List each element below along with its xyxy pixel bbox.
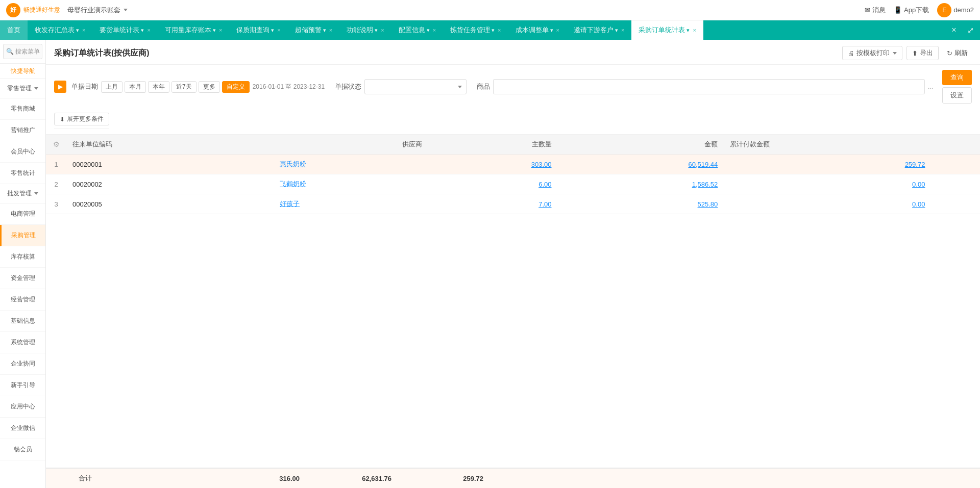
sidebar-item-finance[interactable]: 资金管理 [0,268,45,289]
supplier-link[interactable]: 好孩子 [280,200,300,208]
sidebar-item-operations[interactable]: 经营管理 [0,289,45,311]
expand-conditions-btn[interactable]: ⬇ 展开更多条件 [54,113,109,125]
tab-jianhuo[interactable]: 拣货任务管理 ▾ × [443,20,508,40]
cell-supplier[interactable]: 好孩子 [274,194,428,214]
date-filter-group: 单据日期 上月 本月 本年 近7天 更多 自定义 2016-01-01 至 20… [71,81,325,93]
col-header-extra [931,135,980,155]
tab-close-icon[interactable]: × [329,27,332,33]
sidebar-item-member-center[interactable]: 会员中心 [0,141,45,163]
app-download-btn[interactable]: 📱 App下载 [894,6,929,15]
paid-link[interactable]: 0.00 [912,200,925,208]
table-container: ⚙ 往来单位编码 供应商 主数量 金额 累计付款金额 1 00020001 惠氏… [46,135,980,468]
filter-toggle-btn[interactable]: ▶ [54,81,66,93]
tab-close-icon[interactable]: × [277,27,280,33]
tab-close-icon[interactable]: × [82,27,85,33]
sidebar-item-wholesale-mgmt[interactable]: 批发管理 [0,184,45,203]
tab-gongneng[interactable]: 功能说明 ▾ × [339,20,391,40]
tab-close-icon[interactable]: × [147,27,150,33]
paid-link[interactable]: 259.72 [905,161,925,168]
search-btn[interactable]: 查询 [942,70,972,85]
tab-shoufacun[interactable]: 收发存汇总表 ▾ × [28,20,92,40]
sidebar-item-chang-member[interactable]: 畅会员 [0,439,45,460]
sidebar-item-enterprise-collab[interactable]: 企业协同 [0,353,45,375]
supplier-link[interactable]: 飞鹤奶粉 [280,180,306,188]
tab-close-icon[interactable]: × [219,27,222,33]
col-settings[interactable]: ⚙ [46,135,66,155]
amount-link[interactable]: 60,519.44 [688,161,718,168]
table-row: 1 00020001 惠氏奶粉 303.00 60,519.44 259.72 [46,155,980,174]
tab-baozhi[interactable]: 保质期查询 ▾ × [229,20,287,40]
paid-link[interactable]: 0.00 [912,181,925,188]
table-row: 3 00020005 好孩子 7.00 525.80 0.00 [46,194,980,214]
filter-settings-btn[interactable]: 设置 [942,87,972,104]
tab-dropdown-icon: ▾ [323,27,326,34]
search-menu-btn[interactable]: 🔍 搜索菜单 [3,44,42,59]
refresh-btn[interactable]: ↻ 刷新 [943,46,972,60]
cell-extra [931,174,980,194]
amount-link[interactable]: 525.80 [698,200,718,208]
tab-chaochu[interactable]: 超储预警 ▾ × [288,20,339,40]
col-header-qty: 主数量 [428,135,558,155]
tab-yaohuo[interactable]: 要货单统计表 ▾ × [92,20,157,40]
qty-link[interactable]: 303.00 [531,161,552,168]
tab-dropdown-icon: ▾ [492,27,495,34]
qty-link[interactable]: 6.00 [538,181,551,188]
date-btn-7days[interactable]: 近7天 [172,81,197,93]
print-btn[interactable]: 🖨 按模板打印 [842,46,902,60]
more-fields-btn[interactable]: ... [928,83,933,90]
tab-close-icon[interactable]: × [433,27,436,33]
tab-close-icon[interactable]: × [498,27,501,33]
date-btn-last-month[interactable]: 上月 [101,81,122,93]
date-btn-more[interactable]: 更多 [199,81,220,93]
tab-close-icon[interactable]: × [381,27,384,33]
supplier-link[interactable]: 惠氏奶粉 [280,160,306,168]
qty-link[interactable]: 7.00 [538,200,551,208]
sidebar-item-retail-mgmt[interactable]: 零售管理 [0,79,45,98]
settings-icon[interactable]: ⚙ [53,140,60,148]
quick-nav-btn[interactable]: 快捷导航 [0,64,45,79]
amount-link[interactable]: 1,586.52 [692,181,718,188]
date-btn-this-year[interactable]: 本年 [148,81,169,93]
cell-extra [931,155,980,174]
sidebar-item-inventory[interactable]: 库存核算 [0,246,45,268]
sidebar-item-purchase-mgmt[interactable]: 采购管理 [0,225,45,246]
sidebar-item-basic-info[interactable]: 基础信息 [0,311,45,332]
printer-icon: 🖨 [848,49,854,57]
sidebar-item-ecommerce[interactable]: 电商管理 [0,203,45,225]
tab-home[interactable]: 首页 [0,20,28,40]
username: demo2 [953,6,974,14]
workspace-label: 母婴行业演示账套 [67,6,120,15]
tab-peizhi[interactable]: 配置信息 ▾ × [391,20,443,40]
sidebar-item-newbie-guide[interactable]: 新手引导 [0,375,45,396]
message-btn[interactable]: ✉ 消息 [865,6,886,15]
nav-expand-btn[interactable]: ⤢ [963,22,978,38]
workspace-selector[interactable]: 母婴行业演示账套 [64,5,131,16]
sidebar-item-marketing[interactable]: 营销推广 [0,120,45,141]
sidebar-item-system-mgmt[interactable]: 系统管理 [0,332,45,353]
cell-supplier[interactable]: 飞鹤奶粉 [274,174,428,194]
tab-yaoqing[interactable]: 邀请下游客户 ▾ × [567,20,631,40]
tab-close-icon[interactable]: × [621,27,624,33]
date-btn-custom[interactable]: 自定义 [222,81,250,93]
status-select[interactable] [364,79,467,94]
sidebar-item-app-center[interactable]: 应用中心 [0,396,45,418]
nav-close-btn[interactable]: × [946,22,962,38]
goods-filter-group: 商品 ... [477,79,933,94]
tab-chengben[interactable]: 成本调整单 ▾ × [508,20,567,40]
goods-input[interactable] [493,79,925,94]
sidebar-item-retail-mall[interactable]: 零售商城 [0,98,45,120]
export-btn[interactable]: ⬆ 导出 [906,46,939,60]
phone-icon: 📱 [894,6,902,14]
tab-caigou-active[interactable]: 采购订单统计表 ▾ × [631,20,703,40]
date-btn-this-month[interactable]: 本月 [125,81,146,93]
user-btn[interactable]: E demo2 [937,3,974,17]
cell-supplier[interactable]: 惠氏奶粉 [274,155,428,174]
tab-close-icon[interactable]: × [556,27,559,33]
sidebar-item-retail-stats[interactable]: 零售统计 [0,163,45,184]
tab-close-icon[interactable]: × [693,27,696,33]
sidebar-item-enterprise-wechat[interactable]: 企业微信 [0,418,45,439]
status-filter-group: 单据状态 [335,79,467,94]
logo-area: 好 畅捷通好生意 [6,3,60,17]
tab-kuyongliang[interactable]: 可用量库存账本 ▾ × [158,20,229,40]
content-area: 采购订单统计表(按供应商) 🖨 按模板打印 ⬆ 导出 ↻ 刷新 [46,40,980,488]
